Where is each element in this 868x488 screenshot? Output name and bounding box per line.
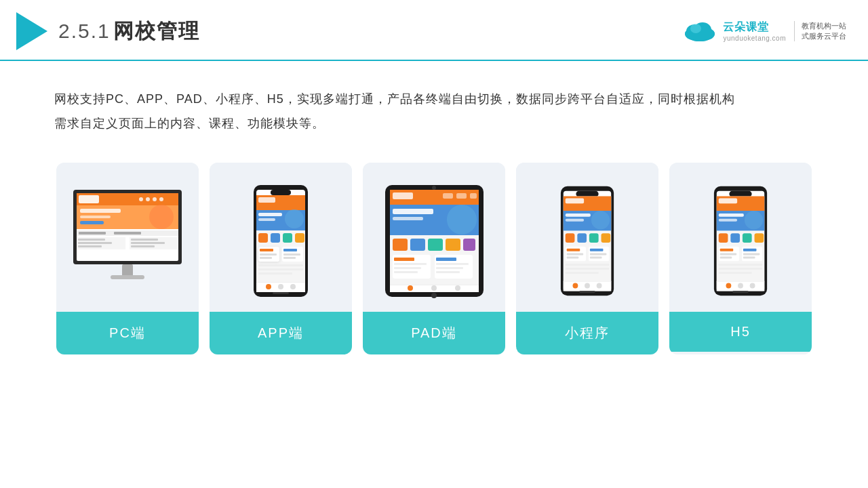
svg-point-105 — [591, 211, 610, 229]
svg-rect-150 — [719, 268, 763, 270]
svg-rect-89 — [436, 271, 460, 273]
pad-card: PAD端 — [363, 163, 505, 354]
svg-rect-27 — [131, 242, 165, 244]
svg-rect-114 — [567, 256, 579, 258]
svg-rect-61 — [273, 292, 289, 294]
svg-rect-115 — [590, 248, 604, 251]
brand-text: 云朵课堂 yunduoketang.com — [723, 20, 786, 42]
svg-rect-47 — [260, 249, 273, 251]
svg-point-58 — [266, 284, 271, 289]
svg-rect-8 — [79, 195, 99, 203]
miniprogram-card: 小程序 — [516, 163, 658, 354]
svg-rect-129 — [729, 190, 751, 197]
brand-logo: 云朵课堂 yunduoketang.com 教育机构一站式服务云平台 — [682, 19, 846, 43]
pad-label: PAD端 — [363, 312, 505, 354]
svg-rect-77 — [428, 239, 443, 251]
pad-image-area — [363, 163, 505, 312]
miniprogram-label: 小程序 — [516, 312, 658, 354]
brand-url: yunduoketang.com — [723, 35, 786, 42]
svg-rect-135 — [719, 218, 737, 221]
svg-rect-24 — [78, 242, 112, 244]
svg-point-17 — [149, 205, 174, 229]
svg-rect-119 — [566, 268, 610, 270]
svg-rect-101 — [566, 198, 584, 203]
page-header: 2.5.1网校管理 云朵课堂 yunduoketang.com 教育机构一站式服… — [0, 0, 868, 61]
svg-rect-28 — [131, 245, 155, 247]
svg-rect-43 — [283, 233, 292, 243]
svg-rect-118 — [566, 264, 610, 266]
svg-rect-106 — [566, 233, 575, 243]
svg-rect-149 — [719, 264, 763, 266]
svg-point-59 — [278, 284, 283, 289]
svg-point-74 — [447, 205, 477, 235]
h5-label: H5 — [669, 312, 812, 352]
svg-point-64 — [432, 186, 436, 190]
svg-rect-120 — [566, 271, 599, 273]
h5-card: H5 — [669, 163, 812, 354]
svg-rect-117 — [590, 256, 602, 258]
svg-point-10 — [146, 197, 150, 201]
pc-label: PC端 — [56, 312, 199, 354]
svg-point-125 — [597, 283, 602, 288]
svg-rect-26 — [131, 239, 158, 241]
svg-rect-148 — [743, 256, 755, 258]
page-title: 2.5.1网校管理 — [58, 18, 200, 45]
svg-rect-146 — [743, 248, 757, 251]
app-label: APP端 — [210, 312, 352, 354]
svg-point-155 — [738, 283, 743, 288]
svg-rect-85 — [394, 271, 418, 273]
svg-point-9 — [139, 197, 143, 201]
svg-rect-29 — [122, 264, 133, 277]
svg-rect-88 — [436, 267, 463, 269]
svg-point-12 — [159, 197, 163, 201]
svg-rect-112 — [567, 248, 580, 251]
svg-point-124 — [585, 283, 590, 288]
app-image-area — [210, 163, 352, 312]
svg-rect-145 — [720, 256, 732, 258]
svg-rect-86 — [436, 258, 456, 261]
pc-monitor-image — [66, 183, 189, 298]
svg-rect-137 — [719, 233, 728, 243]
svg-point-4 — [690, 24, 701, 33]
svg-rect-107 — [577, 233, 587, 243]
svg-rect-38 — [258, 213, 282, 216]
pc-image-area — [56, 163, 199, 312]
svg-rect-44 — [295, 233, 304, 243]
svg-rect-42 — [271, 233, 280, 243]
svg-point-93 — [431, 285, 437, 291]
svg-rect-39 — [258, 218, 275, 221]
brand-slogan: 教育机构一站式服务云平台 — [794, 21, 846, 42]
svg-rect-153 — [717, 281, 764, 281]
svg-point-95 — [431, 293, 437, 298]
svg-rect-25 — [78, 245, 102, 247]
svg-rect-76 — [410, 239, 425, 251]
svg-rect-55 — [258, 272, 292, 274]
header-right: 云朵课堂 yunduoketang.com 教育机构一站式服务云平台 — [682, 19, 846, 43]
svg-rect-109 — [601, 233, 611, 243]
svg-rect-87 — [436, 263, 469, 265]
svg-point-136 — [745, 211, 763, 229]
cloud-icon — [682, 19, 717, 43]
svg-point-40 — [285, 209, 304, 228]
app-phone-image — [250, 182, 311, 300]
miniprogram-phone-image — [557, 182, 617, 300]
svg-rect-103 — [566, 213, 591, 216]
svg-rect-83 — [394, 263, 427, 265]
svg-rect-84 — [394, 267, 421, 269]
svg-rect-79 — [463, 239, 475, 251]
section-number: 2.5.1 — [58, 20, 111, 42]
svg-rect-20 — [114, 232, 141, 235]
svg-point-60 — [290, 284, 296, 289]
svg-rect-23 — [78, 239, 105, 241]
svg-rect-30 — [111, 275, 144, 279]
svg-rect-139 — [743, 233, 752, 243]
h5-image-area — [669, 163, 812, 312]
svg-rect-140 — [755, 233, 764, 243]
svg-point-94 — [455, 285, 460, 291]
header-left: 2.5.1网校管理 — [16, 12, 200, 50]
svg-rect-122 — [564, 281, 611, 281]
svg-rect-14 — [80, 209, 121, 213]
svg-rect-113 — [567, 253, 583, 255]
svg-rect-41 — [258, 233, 268, 243]
svg-rect-147 — [743, 253, 760, 255]
